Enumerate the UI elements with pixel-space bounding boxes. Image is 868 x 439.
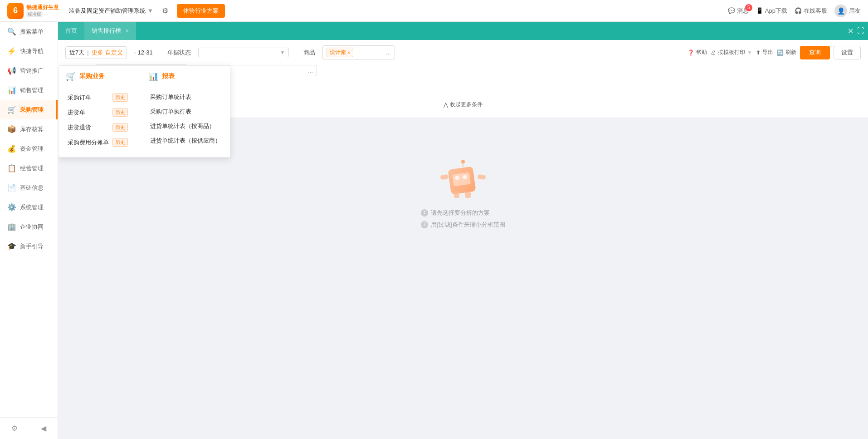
- content-area: 首页 销售排行榜 × ✕ ⛶ 近7天: [58, 22, 868, 439]
- sidebar-item-purchase[interactable]: 🛒 采购管理: [0, 100, 58, 119]
- salesman-more-icon[interactable]: ...: [308, 67, 313, 74]
- settings-icon[interactable]: ⚙: [159, 5, 171, 17]
- purchase-order-item[interactable]: 采购订单 历史: [66, 90, 130, 105]
- sidebar-label-purchase: 采购管理: [20, 106, 44, 114]
- app-container: 6 畅捷通好生意 标准版 装备及固定资产辅助管理系统 ▼ ⚙ 体验行业方案 💬 …: [0, 0, 868, 439]
- goods-return-label: 进货退货: [68, 123, 91, 132]
- print-btn[interactable]: 🖨 按模板打印 ▼: [711, 49, 752, 56]
- sidebar: 🔍 搜索菜单 ⚡ 快捷导航 📢 营销推广 📊 销售管理 🛒 采购管理 📦: [0, 22, 58, 439]
- chevron-down-icon: ▼: [280, 50, 285, 55]
- page-content: 近7天 | 更多 自定义 - 12-31 单据状态 ▼ 商品: [58, 40, 868, 439]
- logo-name: 畅捷通好生意: [26, 4, 59, 11]
- purchase-col-title: 采购业务: [79, 72, 105, 80]
- collapse-up-icon: ⋀: [444, 102, 448, 108]
- query-btn[interactable]: 查询: [800, 46, 830, 59]
- tab-close-icon[interactable]: ×: [126, 28, 129, 34]
- date-range-picker[interactable]: 近7天 | 更多 自定义: [65, 46, 127, 59]
- sidebar-label-guide: 新手引导: [20, 242, 44, 251]
- purchase-col-icon: 🛒: [66, 71, 76, 81]
- sidebar-bottom: ⚙ ◀: [0, 417, 58, 439]
- messages-btn[interactable]: 💬 消息 5: [728, 7, 749, 15]
- user-menu-btn[interactable]: 👤 用友: [834, 5, 861, 17]
- sidebar-item-finance[interactable]: 💰 资金管理: [0, 139, 58, 158]
- sidebar-collapse-btn[interactable]: ◀: [38, 421, 49, 435]
- user-avatar: 👤: [834, 5, 847, 17]
- sidebar-label-inventory: 库存核算: [20, 125, 44, 133]
- industry-btn[interactable]: 体验行业方案: [177, 4, 225, 18]
- order-status-label: 单据状态: [167, 49, 191, 57]
- sidebar-item-enterprise[interactable]: 🏢 企业协同: [0, 217, 58, 237]
- online-service-btn[interactable]: 🎧 在线客服: [795, 7, 827, 15]
- app-download-btn[interactable]: 📱 App下载: [756, 7, 787, 15]
- tab-sales-ranking[interactable]: 销售排行榜 ×: [84, 22, 136, 40]
- megaphone-icon: 📢: [7, 66, 16, 75]
- cart-icon: 🛒: [7, 105, 16, 114]
- system-icon: ⚙️: [7, 203, 16, 212]
- tab-close-window-btn[interactable]: ✕: [848, 27, 853, 35]
- goods-tag-close-icon[interactable]: ×: [347, 50, 350, 55]
- sidebar-label-basic-info: 基础信息: [20, 184, 44, 192]
- sidebar-label-marketing: 营销推广: [20, 67, 44, 75]
- goods-stats-by-supplier-item[interactable]: 进货单统计表（按供应商）: [148, 133, 223, 148]
- system-title-arrow-icon[interactable]: ▼: [147, 7, 153, 14]
- order-status-select[interactable]: ▼: [198, 48, 289, 57]
- money-icon: 💰: [7, 144, 16, 153]
- messages-badge: 5: [745, 4, 752, 11]
- tab-fullscreen-btn[interactable]: ⛶: [857, 27, 864, 35]
- online-service-label: 在线客服: [804, 7, 827, 15]
- system-title: 装备及固定资产辅助管理系统: [69, 7, 146, 15]
- user-label: 用友: [849, 7, 861, 15]
- purchase-order-stats-item[interactable]: 采购订单统计表: [148, 90, 223, 104]
- svg-rect-6: [440, 174, 449, 180]
- goods-return-item[interactable]: 进货退货 历史: [66, 120, 130, 135]
- purchase-order-exec-item[interactable]: 采购订单执行表: [148, 104, 223, 119]
- svg-rect-7: [477, 174, 486, 180]
- purchase-dropdown-menu: 🛒 采购业务 采购订单 历史 进货单 历史: [58, 65, 230, 158]
- sidebar-item-basic-info[interactable]: 📄 基础信息: [0, 178, 58, 197]
- date-custom-label: 自定义: [105, 49, 123, 57]
- logo-area: 6 畅捷通好生意 标准版: [7, 3, 65, 19]
- purchase-expense-label: 采购费用分摊单: [68, 138, 109, 147]
- sidebar-item-quick-nav[interactable]: ⚡ 快捷导航: [0, 41, 58, 61]
- logo-text: 畅捷通好生意 标准版: [26, 4, 59, 18]
- report-col: 📊 报表 采购订单统计表 采购订单执行表 进货单统计表（按商品）: [141, 71, 230, 150]
- lightning-icon: ⚡: [7, 47, 16, 55]
- goods-stats-by-product-label: 进货单统计表（按商品）: [150, 122, 215, 130]
- sidebar-item-operations[interactable]: 📋 经营管理: [0, 158, 58, 178]
- purchase-business-col: 🛒 采购业务 采购订单 历史 进货单 历史: [59, 71, 137, 150]
- purchase-order-label: 采购订单: [68, 94, 91, 102]
- settings-btn[interactable]: 设置: [834, 46, 861, 59]
- message-icon: 💬: [728, 7, 735, 14]
- sidebar-item-sales[interactable]: 📊 销售管理: [0, 80, 58, 100]
- col-divider: [139, 71, 139, 150]
- document-icon: 📄: [7, 183, 16, 192]
- help-btn[interactable]: ❓ 帮助: [688, 49, 707, 56]
- goods-label: 商品: [303, 49, 315, 57]
- goods-stats-by-product-item[interactable]: 进货单统计表（按商品）: [148, 119, 223, 133]
- svg-rect-9: [465, 192, 471, 198]
- sidebar-item-guide[interactable]: 🎓 新手引导: [0, 237, 58, 256]
- purchase-expense-item[interactable]: 采购费用分摊单 历史: [66, 135, 130, 150]
- sidebar-item-search[interactable]: 🔍 搜索菜单: [0, 22, 58, 41]
- sidebar-settings-btn[interactable]: ⚙: [9, 421, 20, 435]
- refresh-label: 刷新: [785, 49, 796, 56]
- salesman-select[interactable]: ...: [226, 65, 317, 76]
- box-icon: 📦: [7, 125, 16, 133]
- sidebar-item-system[interactable]: ⚙️ 系统管理: [0, 197, 58, 217]
- sidebar-label-search: 搜索菜单: [20, 28, 44, 36]
- goods-select[interactable]: 设计素 × ...: [322, 45, 395, 59]
- sidebar-item-inventory[interactable]: 📦 库存核算: [0, 119, 58, 139]
- export-btn[interactable]: ⬆ 导出: [756, 49, 773, 56]
- goods-more-icon[interactable]: ...: [386, 49, 391, 56]
- report-col-header: 📊 报表: [148, 71, 223, 86]
- purchase-order-history-tag: 历史: [112, 93, 128, 102]
- report-col-title: 报表: [162, 72, 175, 80]
- refresh-btn[interactable]: 🔄 刷新: [777, 49, 796, 56]
- sidebar-item-marketing[interactable]: 📢 营销推广: [0, 61, 58, 80]
- step-2-icon: 2: [421, 221, 428, 228]
- tab-home[interactable]: 首页: [58, 22, 84, 40]
- sidebar-label-finance: 资金管理: [20, 145, 44, 153]
- goods-receipt-item[interactable]: 进货单 历史: [66, 105, 130, 120]
- sidebar-label-quick-nav: 快捷导航: [20, 47, 44, 55]
- toolbar-right: ❓ 帮助 🖨 按模板打印 ▼ ⬆ 导出: [688, 46, 861, 59]
